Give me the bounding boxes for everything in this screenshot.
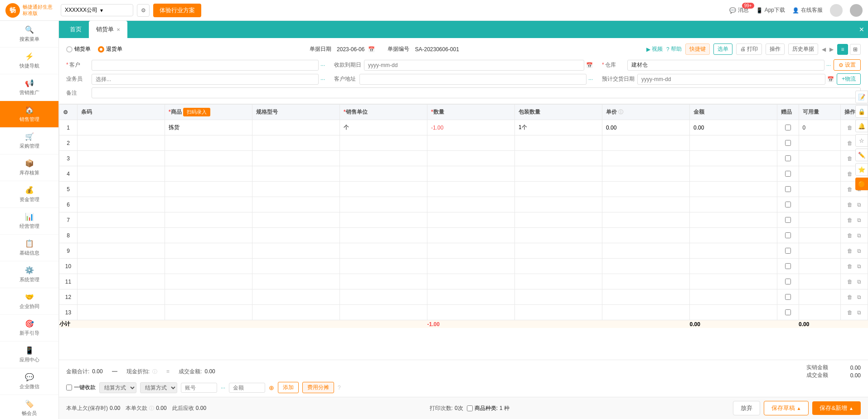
gift-checkbox[interactable] (785, 186, 791, 192)
row-price[interactable] (602, 135, 690, 151)
row-price[interactable] (602, 305, 690, 320)
row-barcode[interactable] (78, 305, 165, 320)
row-amount[interactable] (690, 289, 777, 305)
tab-close-icon[interactable]: ✕ (116, 27, 120, 32)
row-copy-icon[interactable]: ⧉ (857, 279, 861, 285)
sidebar-item-vip[interactable]: 🏷️ 畅会员 (0, 395, 58, 419)
row-price[interactable] (602, 274, 690, 289)
row-pkg-qty[interactable] (515, 151, 602, 166)
row-goods[interactable] (165, 166, 252, 182)
row-goods[interactable] (165, 243, 252, 259)
gift-checkbox[interactable] (785, 232, 791, 238)
row-copy-icon[interactable]: ⧉ (857, 248, 861, 254)
gift-checkbox[interactable] (785, 248, 791, 254)
row-qty[interactable] (427, 135, 515, 151)
row-spec[interactable] (252, 289, 340, 305)
row-amount[interactable] (690, 182, 777, 197)
one-click-payment-label[interactable]: 一键收款 (66, 384, 96, 391)
expected-delivery-calendar-icon[interactable]: 📅 (827, 76, 834, 82)
account-dots-icon[interactable]: ··· (221, 385, 225, 391)
row-pkg-qty[interactable] (515, 135, 602, 151)
row-delete-icon[interactable]: 🗑 (847, 186, 853, 193)
row-amount[interactable] (690, 228, 777, 243)
operate-btn[interactable]: 操作 (766, 43, 785, 55)
row-amount[interactable] (690, 120, 777, 135)
sidebar-item-finance[interactable]: 💰 资金管理 (0, 181, 58, 208)
date-calendar-icon[interactable]: 📅 (368, 46, 375, 53)
gift-checkbox[interactable] (785, 279, 791, 284)
row-qty[interactable] (427, 243, 515, 259)
gift-checkbox[interactable] (785, 125, 791, 130)
row-delete-icon[interactable]: 🗑 (847, 140, 853, 146)
sidebar-item-basics[interactable]: 📋 基础信息 (0, 235, 58, 261)
payment-method-select[interactable]: 结算方式 (99, 382, 136, 393)
row-price[interactable] (602, 120, 690, 135)
select-btn[interactable]: 选单 (713, 43, 732, 55)
row-copy-icon[interactable]: ⧉ (857, 217, 861, 223)
row-barcode[interactable] (78, 228, 165, 243)
avatar[interactable] (830, 4, 843, 17)
customer-dots-icon[interactable]: ··· (320, 62, 325, 68)
row-price[interactable] (602, 212, 690, 228)
warehouse-dots-icon[interactable]: ··· (826, 62, 831, 68)
row-barcode[interactable] (78, 135, 165, 151)
tab-home[interactable]: 首页 (63, 21, 89, 38)
row-qty[interactable] (427, 212, 515, 228)
radio-sales-order[interactable]: 销货单 (66, 45, 91, 53)
customer-address-input[interactable] (359, 74, 587, 85)
tab-sales-order[interactable]: 销货单 ✕ (89, 21, 127, 38)
prev-record-icon[interactable]: ◀ (822, 46, 826, 53)
warehouse-input[interactable] (627, 60, 824, 71)
row-spec[interactable] (252, 274, 340, 289)
due-date-calendar-icon[interactable]: 📅 (586, 62, 593, 68)
row-unit[interactable] (340, 305, 427, 320)
sidebar-item-purchase[interactable]: 🛒 采购管理 (0, 128, 58, 154)
gift-checkbox[interactable] (785, 155, 791, 161)
row-delete-icon[interactable]: 🗑 (847, 171, 853, 177)
row-unit[interactable] (340, 212, 427, 228)
row-barcode[interactable] (78, 212, 165, 228)
row-pkg-qty[interactable] (515, 243, 602, 259)
row-goods[interactable] (165, 212, 252, 228)
row-pkg-qty[interactable] (515, 120, 602, 135)
row-unit[interactable] (340, 274, 427, 289)
row-delete-icon[interactable]: 🗑 (847, 279, 853, 285)
row-delete-icon[interactable]: 🗑 (847, 125, 853, 131)
row-qty[interactable] (427, 182, 515, 197)
row-pkg-qty[interactable] (515, 274, 602, 289)
float-orange-btn[interactable]: 🟠 (855, 178, 868, 190)
scan-button[interactable]: 扫码录入 (183, 108, 210, 116)
history-btn[interactable]: 历史单据 (788, 43, 818, 55)
gift-checkbox[interactable] (785, 294, 791, 300)
row-spec[interactable] (252, 305, 340, 320)
address-dots-icon[interactable]: ··· (588, 76, 593, 82)
row-unit[interactable] (340, 259, 427, 274)
flow-button[interactable]: +物流 (837, 73, 861, 85)
add-button[interactable]: 添加 (278, 382, 299, 393)
row-barcode[interactable] (78, 151, 165, 166)
row-delete-icon[interactable]: 🗑 (847, 263, 853, 270)
fee-button[interactable]: 费用分摊 (302, 382, 334, 393)
row-barcode[interactable] (78, 197, 165, 212)
online-service-button[interactable]: 👤 在线客服 (792, 6, 823, 14)
row-pkg-qty[interactable] (515, 197, 602, 212)
row-qty[interactable] (427, 289, 515, 305)
gift-checkbox[interactable] (785, 217, 791, 223)
row-unit[interactable] (340, 166, 427, 182)
expected-delivery-input[interactable] (637, 74, 825, 85)
row-goods[interactable] (165, 305, 252, 320)
goods-type-checkbox[interactable]: 商品种类: 1 种 (467, 405, 509, 412)
app-download-button[interactable]: 📱 App下载 (756, 6, 785, 14)
payment-method-select2[interactable]: 结算方式 (140, 382, 177, 393)
shortcut-btn[interactable]: 快捷键 (685, 43, 710, 55)
sidebar-item-marketing[interactable]: 📢 营销推广 (0, 74, 58, 101)
settings-icon[interactable]: ⚙ (137, 4, 150, 17)
gift-checkbox[interactable] (785, 309, 791, 315)
row-barcode[interactable] (78, 120, 165, 135)
float-lock-btn[interactable]: 🔒 (855, 105, 868, 118)
discard-button[interactable]: 放弃 (733, 401, 760, 415)
row-barcode[interactable] (78, 274, 165, 289)
row-price[interactable] (602, 228, 690, 243)
row-pkg-qty[interactable] (515, 228, 602, 243)
tab-close-all-icon[interactable]: ✕ (859, 26, 864, 33)
